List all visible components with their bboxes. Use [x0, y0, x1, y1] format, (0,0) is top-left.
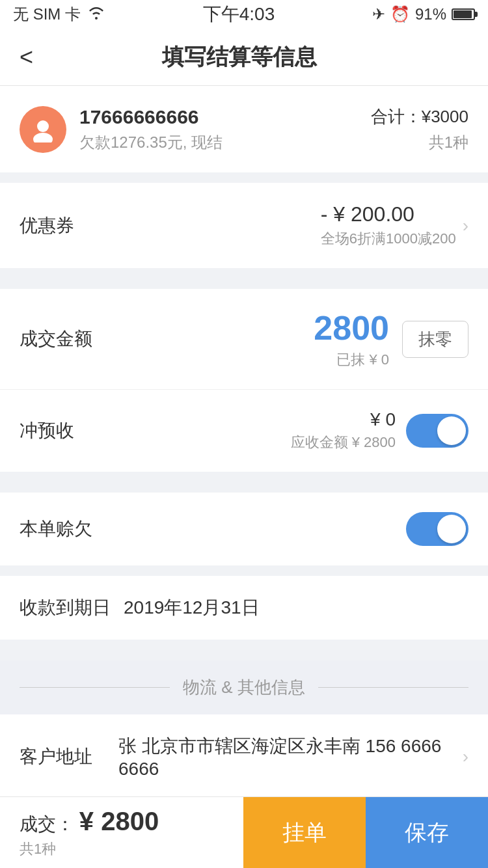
customer-total: 合计：¥3000 共1种: [371, 105, 468, 153]
customer-phone: 17666666666: [79, 106, 223, 128]
svg-point-1: [33, 133, 53, 142]
wifi-icon: [87, 5, 105, 23]
debt-section: 本单赊欠: [0, 493, 488, 565]
bottom-summary: 成交： ¥ 2800 共1种: [0, 807, 243, 859]
back-button[interactable]: <: [20, 44, 33, 71]
debt-row: 本单赊欠: [0, 493, 488, 565]
amount-label: 成交金额: [20, 327, 92, 351]
amount-sub: 已抹 ¥ 0: [314, 350, 389, 370]
prepay-toggle[interactable]: [406, 414, 468, 448]
customer-info: 17666666666 欠款1276.35元, 现结: [20, 106, 223, 153]
coupon-row[interactable]: 优惠券 - ¥ 200.00 全场6折满1000减200 ›: [0, 183, 488, 268]
svg-point-0: [37, 120, 49, 132]
prepay-label: 冲预收: [20, 418, 74, 443]
battery-icon: [452, 8, 475, 20]
amount-row: 成交金额 2800 已抹 ¥ 0 抹零: [0, 289, 488, 390]
bottom-summary-label: 成交：: [20, 814, 74, 834]
customer-card: 17666666666 欠款1276.35元, 现结 合计：¥3000 共1种: [0, 86, 488, 172]
customer-sub-text: 欠款1276.35元, 现结: [79, 132, 223, 153]
coupon-right: - ¥ 200.00 全场6折满1000减200 ›: [321, 202, 468, 249]
debt-toggle[interactable]: [406, 512, 468, 546]
prepay-right: ¥ 0 应收金额 ¥ 2800: [291, 409, 468, 452]
total-count: 共1种: [371, 132, 468, 153]
content: 17666666666 欠款1276.35元, 现结 合计：¥3000 共1种 …: [0, 86, 488, 868]
bottom-total-line: 成交： ¥ 2800: [20, 807, 224, 837]
due-date-label: 收款到期日: [20, 595, 111, 620]
amount-value: 2800: [314, 308, 389, 347]
customer-details: 17666666666 欠款1276.35元, 现结: [79, 106, 223, 153]
coupon-discount: - ¥ 200.00: [321, 202, 456, 226]
prepay-sub: 应收金额 ¥ 2800: [291, 433, 396, 452]
location-icon: ✈: [372, 5, 385, 23]
save-button[interactable]: 保存: [366, 797, 488, 869]
logistics-line-left: [20, 687, 170, 688]
section-divider-1: [0, 278, 488, 289]
logistics-label: 物流 & 其他信息: [183, 676, 305, 699]
header: < 填写结算等信息: [0, 29, 488, 86]
debt-label: 本单赊欠: [20, 517, 92, 541]
due-date-section: 收款到期日 2019年12月31日: [0, 576, 488, 640]
section-divider-3: [0, 650, 488, 660]
amount-section: 成交金额 2800 已抹 ¥ 0 抹零 冲预收 ¥ 0 应收金额 ¥ 2800: [0, 289, 488, 472]
bottom-count: 共1种: [20, 839, 224, 859]
logistics-header: 物流 & 其他信息: [0, 660, 488, 714]
hang-button[interactable]: 挂单: [243, 797, 366, 869]
round-button[interactable]: 抹零: [402, 321, 468, 358]
sim-status: 无 SIM 卡: [13, 4, 81, 25]
status-right: ✈ ⏰ 91%: [372, 5, 475, 23]
address-section[interactable]: 客户地址 张 北京市市辖区海淀区永丰南 156 6666 6666 ›: [0, 714, 488, 799]
avatar: [20, 106, 66, 153]
prepay-amount: ¥ 0: [291, 409, 396, 430]
prepay-value-area: ¥ 0 应收金额 ¥ 2800: [291, 409, 396, 452]
battery-percent: 91%: [415, 5, 446, 23]
coupon-description: 全场6折满1000减200: [321, 229, 456, 249]
status-time: 下午4:03: [203, 2, 275, 27]
page-title: 填写结算等信息: [46, 42, 432, 72]
amount-right: 2800 已抹 ¥ 0 抹零: [314, 308, 468, 370]
coupon-value-area: - ¥ 200.00 全场6折满1000减200: [321, 202, 456, 249]
address-chevron-icon: ›: [463, 746, 468, 767]
due-date-value: 2019年12月31日: [124, 595, 260, 620]
address-label: 客户地址: [20, 744, 92, 769]
amount-value-area: 2800 已抹 ¥ 0: [314, 308, 389, 370]
total-amount: 合计：¥3000: [371, 105, 468, 128]
section-divider-2: [0, 482, 488, 493]
alarm-icon: ⏰: [390, 5, 410, 23]
status-left: 无 SIM 卡: [13, 4, 105, 25]
coupon-label: 优惠券: [20, 213, 74, 238]
chevron-right-icon: ›: [463, 215, 468, 236]
status-bar: 无 SIM 卡 下午4:03 ✈ ⏰ 91%: [0, 0, 488, 29]
address-value: 张 北京市市辖区海淀区永丰南 156 6666 6666: [118, 734, 450, 780]
bottom-bar: 成交： ¥ 2800 共1种 挂单 保存: [0, 796, 488, 868]
prepay-row: 冲预收 ¥ 0 应收金额 ¥ 2800: [0, 390, 488, 472]
bottom-summary-amount: ¥ 2800: [79, 807, 159, 835]
logistics-line-right: [318, 687, 468, 688]
